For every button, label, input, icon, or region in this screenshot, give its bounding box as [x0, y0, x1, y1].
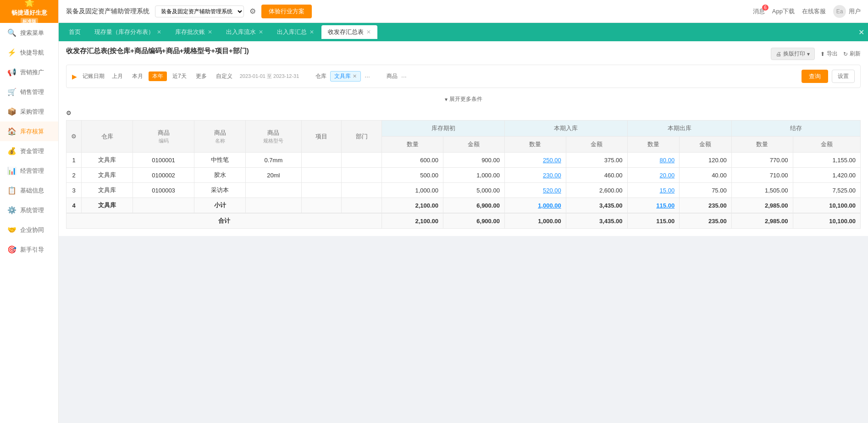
cell-spec: 20ml	[246, 168, 301, 183]
purchase-icon: 📦	[7, 107, 17, 116]
cell-open-amt: 5,000.00	[443, 183, 505, 198]
tab-flow[interactable]: 出入库流水 ✕	[220, 25, 270, 39]
inventory-icon: 🏠	[7, 127, 17, 136]
table-row: 1 文具库 0100001 中性笔 0.7mm 600.00 900.00 25…	[66, 153, 861, 168]
in-qty-link[interactable]: 250.00	[543, 157, 561, 164]
cell-name: 采访本	[194, 183, 245, 198]
date-btn-7days[interactable]: 近7天	[169, 71, 190, 81]
date-btn-this-month[interactable]: 本月	[128, 71, 147, 81]
tab-recv-summary-close[interactable]: ✕	[366, 29, 371, 35]
tab-stock-dist-close[interactable]: ✕	[157, 29, 161, 35]
cell-out-qty: 115.00	[627, 198, 680, 214]
sidebar-item-collab[interactable]: 🤝 企业协同	[0, 220, 58, 240]
filter-toggle[interactable]: ▶	[72, 73, 77, 80]
cell-out-amt: 235.00	[680, 198, 732, 214]
cell-open-amt: 900.00	[443, 153, 505, 168]
tab-batch[interactable]: 库存批次账 ✕	[169, 25, 219, 39]
footer-label: 合计	[66, 213, 382, 229]
out-qty-link[interactable]: 80.00	[660, 157, 675, 164]
cell-code	[133, 198, 194, 214]
out-qty-link[interactable]: 115.00	[656, 202, 674, 209]
cell-bal-qty: 710.00	[731, 168, 793, 183]
footer-out-qty: 115.00	[627, 213, 680, 229]
filter-right: 查询 设置	[802, 70, 855, 83]
th-in-amt: 金额	[566, 137, 627, 153]
table-toolbar: ⚙	[66, 106, 861, 120]
cell-name: 中性笔	[194, 153, 245, 168]
sidebar-item-sales[interactable]: 🛒 销售管理	[0, 82, 58, 102]
date-btn-this-year[interactable]: 本年	[149, 71, 167, 81]
cell-out-amt: 75.00	[680, 183, 732, 198]
gear-icon[interactable]: ⚙	[249, 7, 256, 16]
warehouse-tag-remove[interactable]: ✕	[353, 73, 357, 79]
warehouse-more-btn[interactable]: ···	[365, 73, 370, 80]
try-button[interactable]: 体验行业方案	[261, 5, 312, 18]
out-qty-link[interactable]: 15.00	[660, 187, 675, 194]
tab-batch-close[interactable]: ✕	[208, 29, 212, 35]
tabs-close-all[interactable]: ✕	[858, 28, 864, 37]
basic-icon: 📋	[7, 186, 17, 195]
tab-summary-close[interactable]: ✕	[310, 29, 314, 35]
cell-warehouse: 文具库	[82, 183, 133, 198]
sidebar-item-inventory[interactable]: 🏠 库存核算	[0, 121, 58, 141]
toolbar-gear[interactable]: ⚙	[66, 110, 72, 116]
cell-in-qty: 230.00	[504, 168, 566, 183]
export-button[interactable]: ⬆ 导出	[820, 50, 838, 58]
sidebar-item-purchase[interactable]: 📦 采购管理	[0, 102, 58, 121]
user-label[interactable]: 用户	[849, 7, 861, 16]
refresh-button[interactable]: ↻ 刷新	[843, 50, 861, 58]
table-footer-row: 合计 2,100.00 6,900.00 1,000.00 3,435.00 1…	[66, 213, 861, 229]
th-bal-qty: 数量	[731, 137, 793, 153]
online-service-link[interactable]: 在线客服	[802, 7, 826, 16]
date-btn-custom[interactable]: 自定义	[212, 71, 236, 81]
data-table: ⚙ 仓库 商品编码 商品名称 商品规格型号 项目 部门 库存期初 本期入库 本期…	[66, 120, 861, 229]
query-button[interactable]: 查询	[802, 70, 828, 83]
tab-home[interactable]: 首页	[62, 25, 87, 39]
goods-more-btn[interactable]: ···	[401, 73, 407, 80]
in-qty-link[interactable]: 520.00	[543, 187, 561, 194]
date-btn-more[interactable]: 更多	[192, 71, 210, 81]
sidebar-item-quick[interactable]: ⚡ 快捷导航	[0, 43, 58, 62]
sidebar-item-marketing[interactable]: 📢 营销推广	[0, 62, 58, 82]
th-out-amt: 金额	[680, 137, 732, 153]
cell-index: 3	[66, 183, 82, 198]
date-btn-last-month[interactable]: 上月	[108, 71, 127, 81]
in-qty-link[interactable]: 1,000.00	[538, 202, 561, 209]
footer-bal-qty: 2,985.00	[731, 213, 793, 229]
app-download-link[interactable]: App下载	[772, 7, 795, 16]
filter-bar: ▶ 记账日期 上月 本月 本年 近7天 更多 自定义 2023-01-01 至 …	[66, 65, 861, 88]
tab-recv-summary[interactable]: 收发存汇总表 ✕	[321, 25, 377, 39]
th-warehouse: 仓库	[82, 121, 133, 153]
in-qty-link[interactable]: 230.00	[543, 172, 561, 179]
cell-project	[301, 168, 342, 183]
print-button[interactable]: 🖨 换版打印 ▾	[771, 48, 815, 60]
cell-open-qty: 1,000.00	[382, 183, 443, 198]
sidebar-item-system[interactable]: ⚙️ 系统管理	[0, 200, 58, 220]
cell-out-amt: 40.00	[680, 168, 732, 183]
sidebar-item-finance[interactable]: 💰 资金管理	[0, 141, 58, 161]
cell-open-qty: 2,100.00	[382, 198, 443, 214]
th-open-group: 库存期初	[382, 121, 505, 137]
sidebar-item-search[interactable]: 🔍 搜索菜单	[0, 23, 58, 43]
out-qty-link[interactable]: 20.00	[660, 172, 675, 179]
sidebar-item-guide[interactable]: 🎯 新手引导	[0, 240, 58, 259]
logo-icon: 🌟	[24, 0, 34, 8]
settings-button[interactable]: 设置	[832, 70, 855, 83]
message-badge[interactable]: 消息 6	[753, 7, 765, 16]
tab-flow-close[interactable]: ✕	[259, 29, 263, 35]
system-selector[interactable]: 装备及固定资产辅助管理系统	[155, 5, 244, 17]
tab-stock-dist[interactable]: 现存量（库存分布表） ✕	[88, 25, 168, 39]
sidebar-item-basic[interactable]: 📋 基础信息	[0, 181, 58, 200]
tab-summary[interactable]: 出入库汇总 ✕	[271, 25, 321, 39]
refresh-icon: ↻	[843, 51, 848, 57]
tab-recv-summary-label: 收发存汇总表	[328, 28, 364, 36]
tab-stock-dist-label: 现存量（库存分布表）	[94, 28, 154, 36]
date-buttons: 上月 本月 本年 近7天 更多 自定义	[108, 71, 236, 81]
header-left: 装备及固定资产辅助管理系统 装备及固定资产辅助管理系统 ⚙ 体验行业方案	[66, 5, 312, 18]
cell-warehouse: 文具库	[82, 153, 133, 168]
sidebar-item-operation[interactable]: 📊 经营管理	[0, 161, 58, 181]
cell-dept	[342, 168, 382, 183]
print-dropdown-icon: ▾	[807, 51, 810, 57]
expand-more-btn[interactable]: ▾ 展开更多条件	[445, 95, 482, 103]
date-filter-section: 记账日期 上月 本月 本年 近7天 更多 自定义 2023-01-01 至 20…	[83, 71, 299, 81]
